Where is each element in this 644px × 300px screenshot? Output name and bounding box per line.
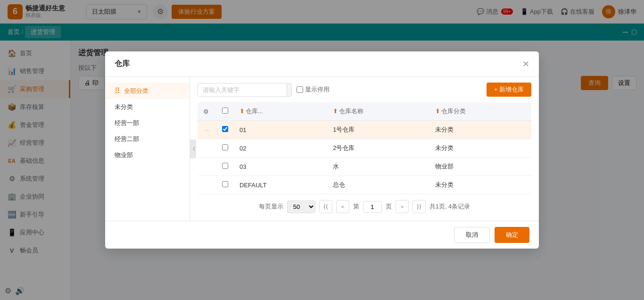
page-prefix-label: 第: [353, 202, 359, 211]
page-suffix-label: 页: [386, 202, 392, 211]
table-row[interactable]: 02 2号仓库 未分类: [198, 139, 531, 158]
row-checkbox[interactable]: [222, 163, 228, 169]
row-name: 1号仓库: [327, 121, 429, 139]
row-code: DEFAULT: [234, 176, 327, 194]
row-checkbox-cell: [216, 139, 234, 158]
cancel-button[interactable]: 取消: [454, 227, 490, 243]
category-item-property[interactable]: 物业部: [105, 147, 190, 163]
search-input[interactable]: [198, 83, 287, 96]
sort-name-icon: ⬆: [333, 108, 338, 115]
modal-footer: 取消 确定: [105, 221, 539, 249]
modal-header: 仓库 ✕: [105, 51, 539, 77]
category-label-property: 物业部: [115, 151, 133, 159]
category-item-all[interactable]: ⠿ 全部分类: [105, 83, 190, 99]
row-checkbox-cell: [216, 176, 234, 194]
row-name: 水: [327, 158, 429, 176]
category-label-ops1: 经营一部: [115, 119, 139, 127]
show-disabled-checkbox[interactable]: [297, 86, 303, 93]
select-all-checkbox[interactable]: [222, 108, 228, 114]
table-container: ⚙ ⬆仓库... ⬆仓库名称 ⬆仓库分类 ··· 01: [198, 102, 531, 194]
modal-table-panel: 🔍 显示停用 + 新增仓库 ⚙: [190, 77, 539, 221]
gear-col-icon[interactable]: ⚙: [203, 108, 209, 115]
row-category: 物业部: [429, 158, 531, 176]
col-header-name: ⬆仓库名称: [327, 102, 429, 121]
category-item-ops2[interactable]: 经营二部: [105, 131, 190, 147]
row-actions: [198, 158, 216, 176]
prev-page-button[interactable]: ＜: [336, 200, 349, 213]
row-checkbox-cell: [216, 121, 234, 139]
search-box: 🔍: [198, 83, 292, 97]
pagination-bar: 每页显示 50 10 20 100 ⟨⟨ ＜ 第 页 ＞ ⟩⟩ 共1页, 4条记…: [198, 194, 531, 215]
per-page-select[interactable]: 50 10 20 100: [287, 200, 315, 213]
row-name: 总仓: [327, 176, 429, 194]
row-code: 02: [234, 139, 327, 158]
category-label-ops2: 经营二部: [115, 135, 139, 143]
row-category: 未分类: [429, 139, 531, 158]
category-label-uncategorized: 未分类: [115, 103, 133, 111]
col-header-category: ⬆仓库分类: [429, 102, 531, 121]
row-code: 01: [234, 121, 327, 139]
col-header-checkbox: [216, 102, 234, 121]
table-row[interactable]: ··· 01 1号仓库 未分类: [198, 121, 531, 139]
table-row[interactable]: 03 水 物业部: [198, 158, 531, 176]
modal-overlay: 仓库 ✕ 《 ⠿ 全部分类 未分类 经营一部 经营二部: [0, 0, 644, 300]
row-name: 2号仓库: [327, 139, 429, 158]
sort-code-icon: ⬆: [239, 108, 245, 115]
warehouse-modal: 仓库 ✕ 《 ⠿ 全部分类 未分类 经营一部 经营二部: [105, 51, 539, 249]
modal-body: 《 ⠿ 全部分类 未分类 经营一部 经营二部 物业部: [105, 77, 539, 221]
row-checkbox[interactable]: [222, 144, 228, 150]
row-checkbox-cell: [216, 158, 234, 176]
warehouse-table: ⚙ ⬆仓库... ⬆仓库名称 ⬆仓库分类 ··· 01: [198, 102, 531, 194]
category-item-ops1[interactable]: 经营一部: [105, 115, 190, 131]
sort-cat-icon: ⬆: [435, 108, 440, 115]
row-actions: ···: [198, 121, 216, 139]
category-dots-icon: ⠿: [115, 86, 120, 95]
row-more-icon[interactable]: ···: [205, 127, 209, 133]
row-actions: [198, 176, 216, 194]
modal-toolbar: 🔍 显示停用 + 新增仓库: [198, 83, 531, 97]
first-page-button[interactable]: ⟨⟨: [319, 200, 332, 213]
row-actions: [198, 139, 216, 158]
col-header-code: ⬆仓库...: [234, 102, 327, 121]
category-label-all: 全部分类: [124, 87, 149, 95]
next-page-button[interactable]: ＞: [396, 200, 409, 213]
row-code: 03: [234, 158, 327, 176]
modal-close-button[interactable]: ✕: [522, 60, 529, 68]
col-header-gear: ⚙: [198, 102, 216, 121]
per-page-label: 每页显示: [259, 202, 283, 211]
row-category: 未分类: [429, 121, 531, 139]
confirm-button[interactable]: 确定: [495, 227, 529, 243]
row-checkbox[interactable]: [222, 126, 228, 132]
show-disabled-label: 显示停用: [297, 85, 330, 94]
search-button[interactable]: 🔍: [287, 83, 292, 96]
add-warehouse-button[interactable]: + 新增仓库: [487, 83, 531, 97]
collapse-panel-button[interactable]: 《: [190, 140, 196, 158]
total-info: 共1页, 4条记录: [429, 202, 471, 211]
table-row[interactable]: DEFAULT 总仓 未分类: [198, 176, 531, 194]
modal-title: 仓库: [115, 59, 130, 69]
modal-category-panel: 《 ⠿ 全部分类 未分类 经营一部 经营二部 物业部: [105, 77, 190, 221]
last-page-button[interactable]: ⟩⟩: [413, 200, 426, 213]
row-checkbox[interactable]: [222, 181, 228, 187]
page-number-input[interactable]: [363, 201, 382, 213]
category-item-uncategorized[interactable]: 未分类: [105, 99, 190, 115]
row-category: 未分类: [429, 176, 531, 194]
